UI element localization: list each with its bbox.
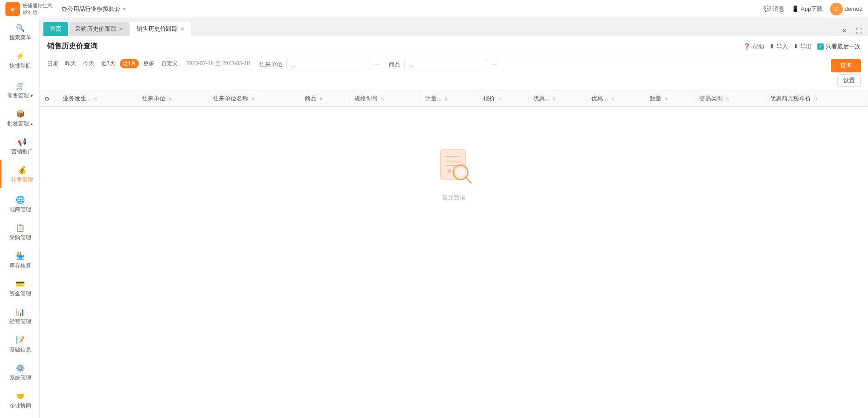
help-button[interactable]: ❓ 帮助 xyxy=(743,43,764,51)
sidebar-item-new-guide[interactable]: 🎯 新手引导 xyxy=(0,414,39,418)
sort-pre-tax-price-icon: ⇅ xyxy=(814,96,817,101)
date-btn-custom[interactable]: 自定义 xyxy=(159,59,180,68)
date-btn-today[interactable]: 今天 xyxy=(80,59,97,68)
help-icon: ❓ xyxy=(743,43,750,50)
sidebar-item-wholesale-mgmt[interactable]: 📦 批发管理 ▲ xyxy=(0,104,39,132)
header-center: 办公用品行业模拟账套 ▼ xyxy=(61,5,764,13)
date-btn-1month[interactable]: 近1月 xyxy=(120,59,139,68)
maximize-button[interactable]: ⛶ xyxy=(854,25,864,36)
user-menu[interactable]: D demo2 xyxy=(830,3,863,15)
sidebar-item-quick-nav[interactable]: ⚡ 快捷导航 xyxy=(0,46,39,74)
home-tab-label: 首页 xyxy=(50,25,61,33)
sidebar-item-finance[interactable]: 💳 资金管理 xyxy=(0,274,39,302)
th-qty[interactable]: 数量 ⇅ xyxy=(645,91,695,107)
partner-input[interactable] xyxy=(286,59,370,70)
sidebar-item-marketing-promo[interactable]: 📢 营销推广 xyxy=(0,132,39,160)
basic-info-icon: 📝 xyxy=(15,335,25,345)
sort-unit-icon: ⇅ xyxy=(444,96,448,101)
th-discount2[interactable]: 优惠... ⇅ xyxy=(587,91,645,107)
query-button[interactable]: 查询 xyxy=(831,59,861,72)
wholesale-arrow-icon: ▲ xyxy=(30,122,34,126)
sidebar: 🔍 搜索菜单 ⚡ 快捷导航 🛒 零售管理 ▼ 📦 批发管理 ▲ 📢 营销推广 xyxy=(0,18,40,418)
sidebar-item-search[interactable]: 🔍 搜索菜单 xyxy=(0,18,39,46)
th-biz-date[interactable]: 业务发生... ⇅ xyxy=(58,91,137,107)
export-icon: ⬇ xyxy=(793,43,798,50)
sidebar-item-sales-mgmt[interactable]: 💰 销售管理 xyxy=(0,160,39,188)
date-btn-yesterday[interactable]: 昨天 xyxy=(62,59,79,68)
sort-quote-icon: ⇅ xyxy=(498,96,501,101)
import-button[interactable]: ⬆ 导入 xyxy=(769,43,788,51)
message-button[interactable]: 💬 消息 xyxy=(764,5,784,13)
workspace-dropdown-icon: ▼ xyxy=(122,6,127,11)
main-layout: 🔍 搜索菜单 ⚡ 快捷导航 🛒 零售管理 ▼ 📦 批发管理 ▲ 📢 营销推广 xyxy=(0,18,868,418)
th-discount1[interactable]: 优惠... ⇅ xyxy=(528,91,586,107)
purchase-history-tab-close-icon[interactable]: ✕ xyxy=(119,27,123,32)
retail-label-row: 零售管理 ▼ xyxy=(7,92,34,100)
tab-home[interactable]: 首页 xyxy=(43,22,68,36)
sort-biz-date-icon: ⇅ xyxy=(94,96,97,101)
logo-area: 好 畅捷通好生意 标准版 xyxy=(5,2,52,16)
tab-sales-history[interactable]: 销售历史价跟踪 ✕ xyxy=(130,22,191,36)
sort-discount2-icon: ⇅ xyxy=(611,96,614,101)
partner-more-button[interactable]: ··· xyxy=(374,61,380,69)
app-download-button[interactable]: 📱 App下载 xyxy=(792,5,823,13)
sort-deal-type-icon: ⇅ xyxy=(726,96,729,101)
close-tab-button[interactable]: ✕ xyxy=(839,25,850,36)
purchase-icon: 📋 xyxy=(15,223,25,233)
date-btn-more[interactable]: 更多 xyxy=(141,59,157,68)
inventory-icon: 🏪 xyxy=(15,251,25,261)
page-content: 销售历史价查询 ❓ 帮助 ⬆ 导入 ⬇ 导出 ✓ xyxy=(40,36,868,418)
marketing-icon: 📢 xyxy=(17,137,27,147)
tabs-bar: 首页 采购历史价跟踪 ✕ 销售历史价跟踪 ✕ ✕ ⛶ xyxy=(40,18,868,36)
sales-history-tab-close-icon[interactable]: ✕ xyxy=(180,27,184,32)
sidebar-item-basic-info[interactable]: 📝 基础信息 xyxy=(0,330,39,358)
sidebar-item-ecommerce[interactable]: 🌐 电商管理 xyxy=(0,190,39,218)
svg-line-8 xyxy=(466,177,471,183)
product-more-button[interactable]: ··· xyxy=(492,61,498,69)
workspace-label: 办公用品行业模拟账套 xyxy=(61,5,120,13)
th-pre-tax-price[interactable]: 优惠前无税单价 ⇅ xyxy=(765,91,868,107)
sidebar-item-inventory[interactable]: 🏪 库存核算 xyxy=(0,246,39,274)
sort-partner-name-icon: ⇅ xyxy=(251,96,255,101)
sort-qty-icon: ⇅ xyxy=(664,96,668,101)
sidebar-item-system[interactable]: ⚙️ 系统管理 xyxy=(0,358,39,386)
workspace-selector[interactable]: 办公用品行业模拟账套 ▼ xyxy=(61,5,127,13)
wholesale-label-row: 批发管理 ▲ xyxy=(7,120,34,128)
sidebar-item-retail-mgmt[interactable]: 🛒 零售管理 ▼ xyxy=(0,76,39,104)
only-last-checkbox-group[interactable]: ✓ 只看最后一次 xyxy=(817,43,861,51)
th-settings[interactable]: ⚙ xyxy=(40,91,58,107)
sales-icon: 💰 xyxy=(17,165,27,175)
settings-button[interactable]: 设置 xyxy=(837,74,861,87)
filter-section: 日期 昨天 今天 近7天 近1月 更多 自定义 2023-02-18 至 202… xyxy=(40,55,868,91)
retail-arrow-icon: ▼ xyxy=(30,94,34,98)
app-logo-icon: 好 xyxy=(5,2,20,16)
svg-point-7 xyxy=(456,168,465,177)
tab-purchase-history[interactable]: 采购历史价跟踪 ✕ xyxy=(69,22,129,36)
date-buttons: 昨天 今天 近7天 近1月 更多 自定义 xyxy=(62,59,180,68)
filter-date-row: 日期 昨天 今天 近7天 近1月 更多 自定义 2023-02-18 至 202… xyxy=(47,59,250,68)
th-partner-name[interactable]: 往来单位名称 ⇅ xyxy=(208,91,300,107)
th-spec[interactable]: 规格型号 ⇅ xyxy=(349,91,420,107)
table-settings-icon[interactable]: ⚙ xyxy=(44,95,50,102)
product-input[interactable] xyxy=(404,59,488,70)
filter-product-row: 商品 ··· xyxy=(389,59,498,70)
th-deal-type[interactable]: 交易类型 ⇅ xyxy=(694,91,765,107)
only-last-checkbox[interactable]: ✓ xyxy=(817,43,824,50)
sort-product-icon: ⇅ xyxy=(319,96,323,101)
sidebar-item-purchase[interactable]: 📋 采购管理 xyxy=(0,218,39,246)
sort-partner-code-icon: ⇅ xyxy=(168,96,172,101)
sidebar-item-enterprise-coop[interactable]: 🤝 企业协同 xyxy=(0,386,39,414)
date-btn-7days[interactable]: 近7天 xyxy=(99,59,118,68)
sales-history-tab-label: 销售历史价跟踪 xyxy=(137,25,178,33)
table-area: ⚙ 业务发生... ⇅ 往来单位 xyxy=(40,91,868,418)
tabs-bar-right: ✕ ⛶ xyxy=(839,25,864,36)
th-product[interactable]: 商品 ⇅ xyxy=(300,91,350,107)
operations-icon: 📊 xyxy=(15,307,25,317)
sidebar-item-operations[interactable]: 📊 经营管理 xyxy=(0,302,39,330)
data-table: ⚙ 业务发生... ⇅ 往来单位 xyxy=(40,91,868,107)
export-button[interactable]: ⬇ 导出 xyxy=(793,43,812,51)
wholesale-icon: 📦 xyxy=(15,109,25,119)
th-quote[interactable]: 报价 ⇅ xyxy=(479,91,528,107)
th-unit[interactable]: 计量... ⇅ xyxy=(420,91,479,107)
th-partner-code[interactable]: 往来单位 ⇅ xyxy=(137,91,208,107)
